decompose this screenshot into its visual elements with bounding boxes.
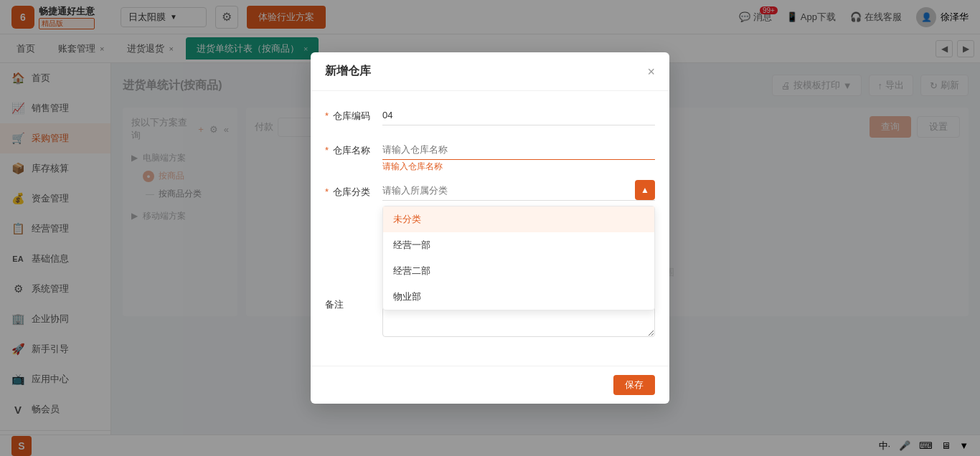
- category-input[interactable]: [382, 181, 635, 200]
- warehouse-category-label-wrap: * 仓库分类: [325, 180, 382, 199]
- dropdown-item-ops1[interactable]: 经营一部: [383, 232, 654, 258]
- required-star-1: *: [325, 110, 329, 121]
- warehouse-name-label-wrap: * 仓库名称: [325, 140, 382, 157]
- category-dropdown-list: 未分类 经营一部 经营二部 物业部: [382, 206, 655, 310]
- warehouse-category-label: 仓库分类: [333, 186, 370, 197]
- notes-label-wrap: 备注: [325, 294, 382, 311]
- warehouse-code-field: * 仓库编码: [325, 105, 655, 125]
- dropdown-item-uncategorized[interactable]: 未分类: [383, 206, 654, 232]
- warehouse-name-field: * 仓库名称 请输入仓库名称: [325, 140, 655, 160]
- save-btn[interactable]: 保存: [613, 375, 655, 395]
- modal-title: 新增仓库: [325, 64, 371, 79]
- dropdown-item-ops2[interactable]: 经营二部: [383, 258, 654, 284]
- modal-overlay[interactable]: 新增仓库 × * 仓库编码 * 仓库名称 请输入仓库名称: [0, 0, 980, 456]
- warehouse-modal: 新增仓库 × * 仓库编码 * 仓库名称 请输入仓库名称: [311, 52, 669, 404]
- modal-footer: 保存: [311, 366, 669, 404]
- warehouse-code-input[interactable]: [382, 105, 655, 125]
- modal-body: * 仓库编码 * 仓库名称 请输入仓库名称 * 仓库分类: [311, 91, 669, 366]
- notes-label: 备注: [325, 299, 344, 310]
- warehouse-category-field: * 仓库分类 ▲ 未分类 经营一部 经营二部 物业部: [325, 180, 655, 201]
- warehouse-code-label: 仓库编码: [333, 110, 370, 121]
- dropdown-item-property[interactable]: 物业部: [383, 284, 654, 310]
- warehouse-code-label-wrap: * 仓库编码: [325, 105, 382, 123]
- warehouse-name-error: 请输入仓库名称: [382, 161, 443, 173]
- warehouse-name-label: 仓库名称: [333, 145, 370, 156]
- category-dropdown-wrapper: ▲ 未分类 经营一部 经营二部 物业部: [382, 180, 655, 201]
- warehouse-name-input[interactable]: [382, 140, 655, 160]
- required-star-3: *: [325, 186, 329, 197]
- category-input-row: ▲: [382, 180, 655, 201]
- modal-header: 新增仓库 ×: [311, 52, 669, 91]
- required-star-2: *: [325, 145, 329, 156]
- category-toggle-btn[interactable]: ▲: [635, 180, 655, 200]
- modal-close-btn[interactable]: ×: [647, 65, 655, 78]
